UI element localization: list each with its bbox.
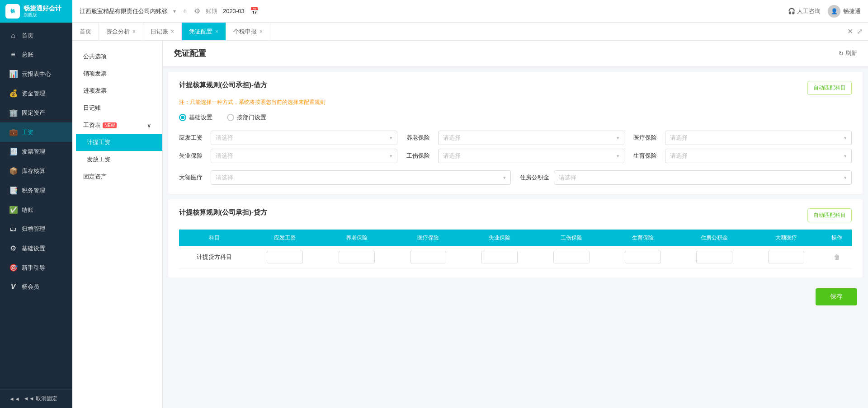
pension-select[interactable]: 请选择 ▾: [438, 131, 625, 145]
calendar-icon[interactable]: 📅: [250, 7, 259, 15]
radio-dept-circle: [227, 114, 234, 121]
field-pension: 养老保险 请选择 ▾: [406, 131, 625, 145]
large-medical-placeholder: 请选择: [216, 174, 233, 182]
auto-match-credit-button[interactable]: 自动匹配科目: [807, 208, 852, 222]
auto-match-debit-button[interactable]: 自动匹配科目: [807, 81, 852, 95]
tab-voucher-close[interactable]: ×: [215, 28, 218, 35]
unemployment-select[interactable]: 请选择 ▾: [211, 149, 397, 163]
left-menu-pay-salary[interactable]: 发放工资: [76, 151, 162, 168]
tab-home[interactable]: 首页: [72, 23, 99, 40]
left-menu-accrued-salary[interactable]: 计提工资: [76, 134, 162, 151]
sidebar-item-settings[interactable]: ⚙ 基础设置: [0, 239, 72, 258]
medical-arrow: ▾: [844, 135, 847, 141]
input-maternity[interactable]: [625, 251, 661, 263]
tab-home-label: 首页: [80, 28, 91, 36]
field-medical: 医疗保险 请选择 ▾: [633, 131, 852, 145]
sidebar-item-guide[interactable]: 🎯 新手引导: [0, 258, 72, 277]
delete-row-icon[interactable]: 🗑: [834, 253, 840, 261]
sidebar-pin-toggle[interactable]: ◄◄ ◄◄ 取消固定: [0, 389, 72, 408]
add-company-icon[interactable]: ＋: [181, 6, 189, 16]
close-tab-icon[interactable]: ✕: [847, 27, 853, 36]
sidebar-item-inventory[interactable]: 📦 库存核算: [0, 161, 72, 181]
sidebar-item-archive[interactable]: 🗂 归档管理: [0, 220, 72, 239]
field-work-injury: 工伤保险 请选择 ▾: [406, 149, 625, 163]
user-menu[interactable]: 👤 畅捷通: [828, 5, 861, 18]
main-panel: 凭证配置 ↻ 刷新 计提核算规则(公司承担)-借方 自动匹配科目 注：只能选择一…: [163, 41, 868, 408]
sidebar-item-tax[interactable]: 📑 税务管理: [0, 181, 72, 200]
salary-due-select[interactable]: 请选择 ▾: [211, 131, 397, 145]
housing-fund-select[interactable]: 请选择 ▾: [554, 170, 852, 185]
debit-fields-row1: 应发工资 请选择 ▾ 养老保险 请选择 ▾ 医疗: [179, 131, 852, 145]
input-pension[interactable]: [339, 251, 375, 263]
tab-funds-analysis[interactable]: 资金分析 ×: [99, 23, 143, 40]
col-salary-due: 应发工资: [249, 230, 321, 246]
work-injury-select[interactable]: 请选择 ▾: [438, 149, 625, 163]
maternity-select[interactable]: 请选择 ▾: [665, 149, 852, 163]
left-menu-fixed-assets[interactable]: 固定资产: [72, 168, 162, 185]
sidebar-item-funds[interactable]: 💰 资金管理: [0, 84, 72, 103]
sidebar-item-reports[interactable]: 📊 云报表中心: [0, 64, 72, 84]
input-large-medical[interactable]: [768, 251, 804, 263]
tab-voucher-config[interactable]: 凭证配置 ×: [182, 23, 226, 40]
salary-due-arrow: ▾: [390, 135, 392, 141]
sidebar-item-ledger[interactable]: ≡ 总账: [0, 45, 72, 64]
table-row: 计提贷方科目 🗑: [179, 246, 852, 268]
medical-select[interactable]: 请选择 ▾: [665, 131, 852, 145]
left-menu-purchase-invoice[interactable]: 进项发票: [72, 82, 162, 99]
credit-section-title: 计提核算规则(公司承担)-贷方: [179, 208, 267, 217]
sidebar-item-label: 首页: [22, 32, 33, 40]
unemployment-arrow: ▾: [390, 153, 392, 159]
settings-icon[interactable]: ⚙: [194, 7, 200, 15]
cell-work-injury: [536, 246, 607, 268]
tab-journal[interactable]: 日记账 ×: [143, 23, 182, 40]
input-housing-fund[interactable]: [696, 251, 732, 263]
refresh-button[interactable]: ↻ 刷新: [839, 49, 857, 57]
left-menu-journal[interactable]: 日记账: [72, 99, 162, 117]
inventory-icon: 📦: [9, 167, 17, 175]
assets-icon: 🏢: [9, 108, 17, 117]
tab-tax-close[interactable]: ×: [259, 28, 263, 35]
pension-arrow: ▾: [617, 135, 619, 141]
save-button[interactable]: 保存: [816, 288, 857, 305]
sidebar-item-invoice[interactable]: 🧾 发票管理: [0, 142, 72, 161]
large-medical-select[interactable]: 请选择 ▾: [211, 170, 511, 185]
sidebar-item-closing[interactable]: ✅ 结账: [0, 200, 72, 220]
sidebar-item-assets[interactable]: 🏢 固定资产: [0, 103, 72, 122]
sidebar-item-label: 资金管理: [22, 89, 45, 98]
sidebar-item-member[interactable]: V 畅会员: [0, 277, 72, 296]
input-work-injury[interactable]: [553, 251, 590, 263]
period-value: 2023-03: [223, 8, 245, 14]
left-menu-salary-table[interactable]: 工资表NEW ∨: [72, 117, 162, 134]
cell-salary-due: [249, 246, 321, 268]
expand-tab-icon[interactable]: ⤢: [857, 27, 863, 36]
input-unemployment[interactable]: [481, 251, 518, 263]
large-medical-label: 大额医疗: [179, 174, 206, 182]
company-dropdown-icon[interactable]: ▾: [173, 8, 176, 14]
radio-by-dept[interactable]: 按部门设置: [227, 113, 266, 122]
large-medical-arrow: ▾: [503, 175, 506, 181]
cell-pension: [321, 246, 392, 268]
tab-journal-close[interactable]: ×: [171, 28, 174, 35]
radio-basic[interactable]: 基础设置: [179, 113, 212, 122]
new-badge: NEW: [103, 122, 117, 128]
debit-section: 计提核算规则(公司承担)-借方 自动匹配科目 注：只能选择一种方式，系统将按照您…: [168, 72, 863, 194]
maternity-label: 生育保险: [633, 152, 660, 160]
support-button[interactable]: 🎧 人工咨询: [788, 7, 821, 15]
sidebar-item-salary[interactable]: 💼 工资: [0, 122, 72, 142]
tab-tax-filing[interactable]: 个税申报 ×: [226, 23, 270, 40]
sidebar-nav: ⌂ 首页 ≡ 总账 📊 云报表中心 💰 资金管理 🏢 固定资产 💼 工资 🧾 发…: [0, 23, 72, 389]
left-menu-sales-invoice[interactable]: 销项发票: [72, 65, 162, 82]
housing-fund-placeholder: 请选择: [559, 174, 576, 182]
input-medical[interactable]: [410, 251, 446, 263]
tab-funds-close[interactable]: ×: [132, 28, 136, 35]
tab-voucher-label: 凭证配置: [189, 28, 212, 36]
sidebar-item-label: 基础设置: [22, 244, 45, 253]
tab-actions: ✕ ⤢: [842, 23, 868, 40]
input-salary-due[interactable]: [267, 251, 303, 263]
debit-section-title: 计提核算规则(公司承担)-借方: [179, 81, 267, 89]
col-work-injury: 工伤保险: [536, 230, 607, 246]
sidebar-item-home[interactable]: ⌂ 首页: [0, 26, 72, 45]
housing-fund-arrow: ▾: [844, 175, 847, 181]
left-menu-public[interactable]: 公共选项: [72, 48, 162, 65]
unemployment-placeholder: 请选择: [216, 152, 233, 160]
